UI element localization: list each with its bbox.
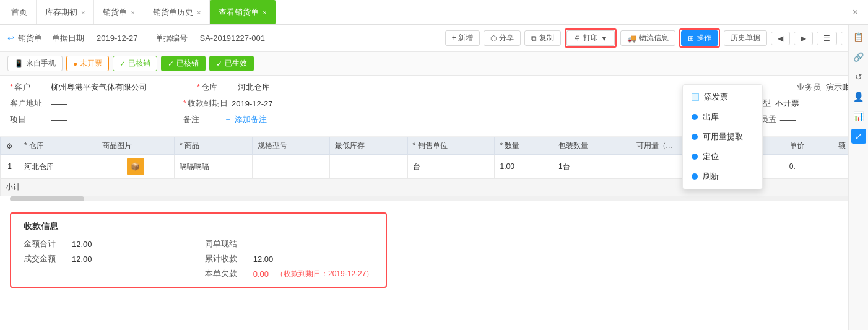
tab-view-sales-close[interactable]: ×: [263, 9, 266, 16]
payment-date-value: 2019-12-27: [232, 99, 273, 108]
payment-date-label: 收款到期日: [183, 98, 228, 109]
add-note-button[interactable]: ＋ 添加备注: [224, 114, 267, 125]
settlement-row: 同单现结 ——: [205, 238, 374, 250]
dropdown-add-invoice[interactable]: 添发票: [683, 87, 762, 107]
tab-view-sales[interactable]: 查看销货单 ×: [210, 0, 276, 24]
tab-sales[interactable]: 销货单 ×: [94, 0, 144, 24]
sidebar-refresh-icon[interactable]: ↺: [851, 69, 866, 84]
copy-button[interactable]: ⧉ 复制: [524, 30, 561, 46]
print-highlight-box: 🖨 打印 ▼: [565, 28, 617, 48]
row-num: 1: [1, 155, 19, 179]
not-invoiced-button[interactable]: ● 未开票: [66, 56, 109, 71]
settlement-value: ——: [253, 240, 269, 249]
tab-bar: 首页 库存期初 × 销货单 × 销货单历史 × 查看销货单 × ×: [0, 0, 868, 25]
tab-sales-close[interactable]: ×: [131, 9, 134, 16]
dropdown-refresh[interactable]: 刷新: [683, 167, 762, 186]
grid-icon: ⊞: [688, 34, 694, 43]
total-value: 12.00: [72, 240, 92, 249]
ticket-type-value: 不开票: [775, 98, 799, 109]
row-unit: 台: [407, 155, 495, 179]
tab-sales-history-close[interactable]: ×: [197, 9, 201, 16]
row-product: 嗝嗝嗝嗝: [175, 155, 253, 179]
outbound-icon: [692, 114, 698, 120]
due-row: 本单欠款 0.00 （收款到期日：2019-12-27）: [205, 268, 374, 279]
payment-title: 收款信息: [24, 221, 373, 232]
dropdown-outbound[interactable]: 出库: [683, 107, 762, 127]
sidebar-user-icon[interactable]: 👤: [851, 89, 866, 104]
verified2-button[interactable]: ✓ 已核销: [161, 56, 206, 71]
refresh-label: 刷新: [703, 171, 719, 182]
cumulative-value: 12.00: [253, 254, 274, 264]
print-dropdown-icon: ▼: [601, 34, 608, 43]
dropdown-locate[interactable]: 定位: [683, 147, 762, 167]
sidebar-chart-icon[interactable]: 📊: [851, 109, 866, 124]
operation-dropdown: 添发票 出库 可用量提取 定位 刷新: [682, 84, 763, 189]
effective-button[interactable]: ✓ 已生效: [209, 56, 254, 71]
right-sidebar: 📋 🔗 ↺ 👤 📊 ⤢: [848, 25, 868, 330]
sidebar-expand-icon[interactable]: ⤢: [851, 129, 866, 144]
logistics-button[interactable]: 🚚 物流信息: [620, 30, 675, 46]
transaction-value: 12.00: [72, 254, 92, 264]
check2-icon: ✓: [168, 59, 174, 68]
payment-box: 收款信息 金额合计 12.00 同单现结 —— 成交金额 12.00 累计收款 …: [10, 212, 387, 288]
minstock-col-header: 最低库存: [330, 137, 408, 155]
doc-type: ↩ 销货单: [7, 33, 42, 44]
tab-sales-history[interactable]: 销货单历史 ×: [144, 0, 210, 24]
employee-label: 业务员: [797, 82, 821, 93]
window-close-button[interactable]: ×: [848, 7, 863, 18]
project-label: 项目: [10, 114, 47, 125]
address-label: 客户地址: [10, 98, 47, 109]
nav-next-button[interactable]: ▶: [794, 32, 813, 45]
biz-value: ——: [780, 115, 796, 124]
locate-label: 定位: [703, 151, 719, 162]
tab-inventory-close[interactable]: ×: [81, 9, 85, 16]
tab-inventory[interactable]: 库存期初 ×: [37, 0, 94, 24]
tab-home[interactable]: 首页: [5, 0, 37, 24]
operation-button[interactable]: ⊞ 操作: [681, 30, 718, 46]
nav-prev-button[interactable]: ◀: [771, 32, 790, 45]
note-field: 备注 ＋ 添加备注: [183, 114, 307, 125]
view-list-button[interactable]: ☰: [817, 32, 837, 45]
warehouse-col-header: * 仓库: [19, 137, 97, 155]
settings-col-header: ⚙: [1, 137, 19, 155]
payment-section: 收款信息 金额合计 12.00 同单现结 —— 成交金额 12.00 累计收款 …: [0, 201, 868, 294]
sidebar-link-icon[interactable]: 🔗: [851, 50, 866, 64]
print-button[interactable]: 🖨 打印 ▼: [566, 30, 615, 46]
row-price: 0.: [784, 155, 833, 179]
cumulative-label: 累计收款: [205, 253, 248, 264]
note-label: 备注: [183, 114, 220, 125]
customer-value: 柳州粤港平安气体有限公司: [51, 82, 147, 93]
available-extract-icon: [692, 134, 698, 140]
horizontal-scrollbar[interactable]: [10, 196, 858, 201]
operation-highlight-box: ⊞ 操作: [679, 28, 720, 48]
project-value: ——: [51, 115, 67, 124]
history-button[interactable]: 历史单据: [724, 30, 767, 46]
spec-col-header: 规格型号: [252, 137, 330, 155]
add-invoice-icon: [692, 93, 699, 101]
scrollbar-thumb[interactable]: [10, 196, 84, 201]
row-minstock: [330, 155, 408, 179]
verified-button[interactable]: ✓ 已核销: [113, 56, 157, 71]
date-label: 单据日期: [52, 33, 84, 44]
doc-type-label: 销货单: [18, 33, 42, 44]
payment-date-field: 收款到期日 2019-12-27: [183, 98, 307, 109]
from-mobile-button[interactable]: 📱 来自手机: [7, 56, 63, 71]
warehouse-label: 仓库: [197, 82, 234, 93]
dropdown-available-extract[interactable]: 可用量提取: [683, 127, 762, 147]
image-col-header: 商品图片: [97, 137, 175, 155]
circle-icon: ●: [73, 59, 77, 68]
share-button[interactable]: ⬡ 分享: [484, 30, 521, 46]
date-value: 2019-12-27: [97, 33, 138, 43]
row-quantity: 1.00: [495, 155, 553, 179]
toolbar-actions: + 新增 ⬡ 分享 ⧉ 复制 🖨 打印 ▼ 🚚 物流信息: [445, 28, 861, 48]
sidebar-copy-icon[interactable]: 📋: [851, 30, 866, 45]
plus-icon: ＋: [224, 115, 232, 124]
row-image: 📦: [97, 155, 175, 179]
payment-grid: 金额合计 12.00 同单现结 —— 成交金额 12.00 累计收款 12.00…: [24, 238, 373, 279]
transaction-row: 成交金额 12.00: [24, 253, 193, 264]
locate-icon: [692, 154, 698, 160]
due-note: （收款到期日：2019-12-27）: [276, 269, 373, 279]
new-button[interactable]: + 新增: [445, 30, 480, 46]
address-value: ——: [51, 99, 67, 108]
row-spec: [252, 155, 330, 179]
